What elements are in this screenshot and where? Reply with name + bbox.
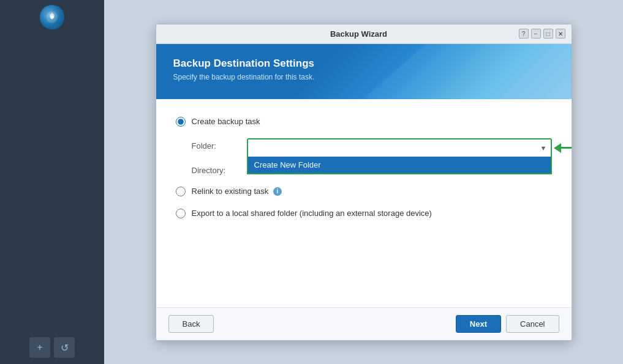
main-area: Backup Wizard ? − □ ✕ Backup Destination… bbox=[104, 0, 623, 364]
folder-dropdown-wrapper: ▼ Create New Folder bbox=[247, 138, 552, 158]
arrow-indicator bbox=[554, 143, 572, 153]
window-buttons: ? − □ ✕ bbox=[519, 29, 565, 39]
close-button[interactable]: ✕ bbox=[556, 29, 565, 39]
arrow-head-icon bbox=[554, 143, 561, 153]
dialog-title: Backup Wizard bbox=[199, 29, 519, 39]
create-new-folder-item[interactable]: Create New Folder bbox=[248, 157, 551, 173]
dialog-header: Backup Destination Settings Specify the … bbox=[156, 44, 572, 99]
arrow-line bbox=[561, 147, 572, 149]
header-title: Backup Destination Settings bbox=[173, 58, 554, 70]
relink-label: Relink to existing task i bbox=[192, 186, 282, 197]
footer-left: Back bbox=[168, 315, 214, 333]
create-new-folder-label: Create New Folder bbox=[254, 160, 321, 169]
footer-right: Next Cancel bbox=[456, 315, 559, 333]
option-relink: Relink to existing task i bbox=[176, 186, 552, 197]
add-button[interactable]: + bbox=[29, 337, 50, 358]
sidebar-bottom: + ↺ bbox=[0, 331, 104, 364]
sidebar: + ↺ bbox=[0, 0, 104, 364]
option-export: Export to a local shared folder (includi… bbox=[176, 208, 552, 219]
dialog-footer: Back Next Cancel bbox=[156, 307, 572, 340]
app-logo bbox=[40, 5, 64, 29]
maximize-button[interactable]: □ bbox=[543, 29, 553, 39]
folder-dropdown-menu: Create New Folder bbox=[247, 157, 552, 174]
export-label: Export to a local shared folder (includi… bbox=[192, 208, 432, 219]
directory-label: Directory: bbox=[192, 163, 247, 175]
folder-field-content: ▼ Create New Folder bbox=[247, 138, 552, 158]
history-button[interactable]: ↺ bbox=[54, 337, 75, 358]
option-create-backup: Create backup task bbox=[176, 116, 552, 127]
cancel-button[interactable]: Cancel bbox=[506, 315, 559, 333]
folder-label: Folder: bbox=[192, 138, 247, 150]
radio-relink[interactable] bbox=[176, 187, 186, 196]
header-subtitle: Specify the backup destination for this … bbox=[173, 73, 554, 81]
svg-point-1 bbox=[50, 15, 54, 19]
next-button[interactable]: Next bbox=[456, 315, 501, 333]
relink-info-icon[interactable]: i bbox=[273, 187, 282, 196]
folder-row: Folder: ▼ Create New Folder bbox=[192, 138, 552, 158]
back-button[interactable]: Back bbox=[168, 315, 214, 333]
minimize-button[interactable]: − bbox=[531, 29, 541, 39]
fields-block: Folder: ▼ Create New Folder bbox=[192, 138, 552, 175]
radio-export[interactable] bbox=[176, 209, 186, 218]
radio-create-backup[interactable] bbox=[176, 117, 186, 127]
help-button[interactable]: ? bbox=[519, 29, 529, 39]
backup-wizard-dialog: Backup Wizard ? − □ ✕ Backup Destination… bbox=[156, 24, 572, 341]
dialog-body: Create backup task Folder: ▼ bbox=[156, 99, 572, 307]
dialog-titlebar: Backup Wizard ? − □ ✕ bbox=[156, 24, 572, 44]
create-backup-label: Create backup task bbox=[192, 116, 260, 127]
folder-dropdown[interactable] bbox=[248, 139, 551, 157]
